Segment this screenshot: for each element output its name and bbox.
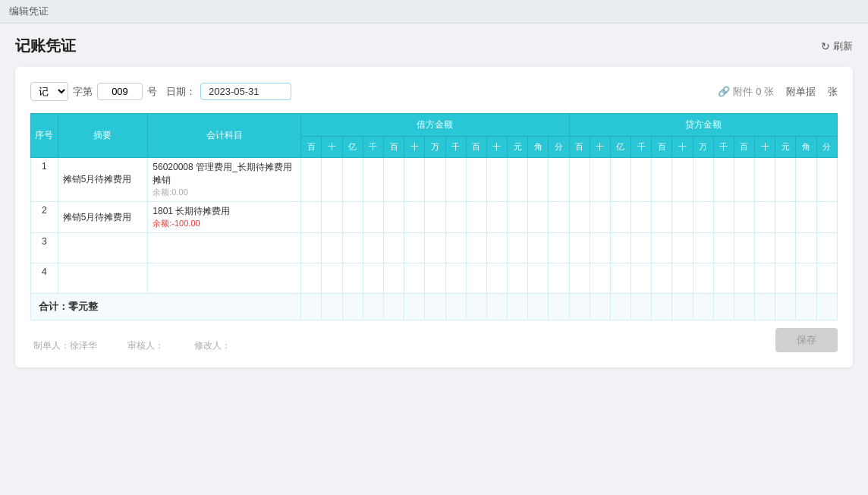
debit-cell-3-10[interactable] bbox=[508, 263, 528, 294]
debit-cell-0-9[interactable] bbox=[486, 158, 507, 202]
credit-cell-1-9[interactable] bbox=[755, 202, 775, 233]
credit-cell-2-7[interactable] bbox=[713, 233, 734, 263]
debit-cell-1-10[interactable] bbox=[508, 202, 528, 233]
credit-cell-2-11[interactable] bbox=[796, 233, 816, 263]
debit-cell-1-7[interactable] bbox=[445, 202, 466, 233]
credit-cell-1-0[interactable] bbox=[569, 202, 590, 233]
credit-cell-1-1[interactable] bbox=[590, 202, 610, 233]
debit-cell-1-11[interactable] bbox=[528, 202, 549, 233]
credit-cell-2-6[interactable] bbox=[693, 233, 713, 263]
credit-cell-0-5[interactable] bbox=[672, 158, 693, 202]
debit-cell-0-2[interactable] bbox=[342, 158, 363, 202]
debit-cell-2-8[interactable] bbox=[466, 233, 486, 263]
debit-cell-0-1[interactable] bbox=[322, 158, 342, 202]
debit-cell-3-9[interactable] bbox=[486, 263, 507, 294]
debit-cell-1-1[interactable] bbox=[322, 202, 342, 233]
seq-cell-2[interactable]: 3 bbox=[31, 233, 58, 263]
credit-cell-3-0[interactable] bbox=[569, 263, 590, 294]
credit-cell-1-2[interactable] bbox=[610, 202, 631, 233]
debit-cell-1-3[interactable] bbox=[363, 202, 383, 233]
credit-cell-1-5[interactable] bbox=[672, 202, 693, 233]
debit-cell-3-7[interactable] bbox=[445, 263, 466, 294]
debit-cell-2-2[interactable] bbox=[342, 233, 363, 263]
debit-cell-3-6[interactable] bbox=[425, 263, 445, 294]
credit-cell-1-10[interactable] bbox=[775, 202, 796, 233]
credit-cell-3-12[interactable] bbox=[816, 263, 837, 294]
debit-cell-0-6[interactable] bbox=[425, 158, 445, 202]
date-input[interactable] bbox=[200, 83, 291, 100]
credit-cell-2-9[interactable] bbox=[755, 233, 775, 263]
debit-cell-1-2[interactable] bbox=[342, 202, 363, 233]
debit-cell-0-7[interactable] bbox=[445, 158, 466, 202]
debit-cell-1-0[interactable] bbox=[301, 202, 322, 233]
account-cell-1[interactable]: 1801 长期待摊费用余额:-100.00 bbox=[148, 202, 301, 233]
credit-cell-0-9[interactable] bbox=[755, 158, 775, 202]
debit-cell-1-6[interactable] bbox=[425, 202, 445, 233]
debit-cell-2-11[interactable] bbox=[528, 233, 549, 263]
attachment-link[interactable]: 🔗 附件 0 张 bbox=[718, 85, 774, 99]
debit-cell-3-0[interactable] bbox=[301, 263, 322, 294]
credit-cell-0-0[interactable] bbox=[569, 158, 590, 202]
credit-cell-0-10[interactable] bbox=[775, 158, 796, 202]
credit-cell-1-4[interactable] bbox=[652, 202, 672, 233]
debit-cell-0-5[interactable] bbox=[404, 158, 425, 202]
credit-cell-3-8[interactable] bbox=[734, 263, 754, 294]
credit-cell-2-8[interactable] bbox=[734, 233, 754, 263]
debit-cell-1-5[interactable] bbox=[404, 202, 425, 233]
debit-cell-3-1[interactable] bbox=[322, 263, 342, 294]
credit-cell-2-10[interactable] bbox=[775, 233, 796, 263]
debit-cell-3-8[interactable] bbox=[466, 263, 486, 294]
seq-cell-1[interactable]: 2 bbox=[31, 202, 58, 233]
debit-cell-3-2[interactable] bbox=[342, 263, 363, 294]
credit-cell-1-12[interactable] bbox=[816, 202, 837, 233]
credit-cell-0-1[interactable] bbox=[590, 158, 610, 202]
debit-cell-2-9[interactable] bbox=[486, 233, 507, 263]
debit-cell-3-3[interactable] bbox=[363, 263, 383, 294]
credit-cell-3-2[interactable] bbox=[610, 263, 631, 294]
debit-cell-3-12[interactable] bbox=[549, 263, 569, 294]
debit-cell-2-0[interactable] bbox=[301, 233, 322, 263]
debit-cell-2-4[interactable] bbox=[383, 233, 404, 263]
debit-cell-0-0[interactable] bbox=[301, 158, 322, 202]
debit-cell-1-4[interactable] bbox=[383, 202, 404, 233]
credit-cell-3-11[interactable] bbox=[796, 263, 816, 294]
voucher-type-select[interactable]: 记 bbox=[30, 82, 68, 101]
debit-cell-2-12[interactable] bbox=[549, 233, 569, 263]
seq-cell-3[interactable]: 4 bbox=[31, 263, 58, 294]
debit-cell-3-5[interactable] bbox=[404, 263, 425, 294]
credit-cell-0-4[interactable] bbox=[652, 158, 672, 202]
account-cell-3[interactable] bbox=[148, 263, 301, 294]
voucher-number-input[interactable] bbox=[97, 83, 143, 100]
debit-cell-1-8[interactable] bbox=[466, 202, 486, 233]
credit-cell-3-1[interactable] bbox=[590, 263, 610, 294]
credit-cell-3-9[interactable] bbox=[755, 263, 775, 294]
credit-cell-0-7[interactable] bbox=[713, 158, 734, 202]
credit-cell-2-1[interactable] bbox=[590, 233, 610, 263]
save-button[interactable]: 保存 bbox=[775, 328, 838, 352]
debit-cell-0-10[interactable] bbox=[508, 158, 528, 202]
credit-cell-3-4[interactable] bbox=[652, 263, 672, 294]
credit-cell-2-2[interactable] bbox=[610, 233, 631, 263]
credit-cell-3-10[interactable] bbox=[775, 263, 796, 294]
debit-cell-0-4[interactable] bbox=[383, 158, 404, 202]
account-cell-0[interactable]: 56020008 管理费用_长期待摊费用摊销余额:0.00 bbox=[148, 158, 301, 202]
credit-cell-1-8[interactable] bbox=[734, 202, 754, 233]
debit-cell-2-10[interactable] bbox=[508, 233, 528, 263]
debit-cell-2-1[interactable] bbox=[322, 233, 342, 263]
credit-cell-3-3[interactable] bbox=[631, 263, 652, 294]
debit-cell-1-9[interactable] bbox=[486, 202, 507, 233]
credit-cell-0-8[interactable] bbox=[734, 158, 754, 202]
credit-cell-0-3[interactable] bbox=[631, 158, 652, 202]
credit-cell-3-6[interactable] bbox=[693, 263, 713, 294]
credit-cell-2-5[interactable] bbox=[672, 233, 693, 263]
debit-cell-2-7[interactable] bbox=[445, 233, 466, 263]
credit-cell-2-12[interactable] bbox=[816, 233, 837, 263]
summary-cell-0[interactable]: 摊销5月待摊费用 bbox=[58, 158, 148, 202]
debit-cell-0-11[interactable] bbox=[528, 158, 549, 202]
credit-cell-0-6[interactable] bbox=[693, 158, 713, 202]
summary-cell-3[interactable] bbox=[58, 263, 148, 294]
debit-cell-0-8[interactable] bbox=[466, 158, 486, 202]
seq-cell-0[interactable]: 1 bbox=[31, 158, 58, 202]
credit-cell-2-4[interactable] bbox=[652, 233, 672, 263]
debit-cell-2-6[interactable] bbox=[425, 233, 445, 263]
